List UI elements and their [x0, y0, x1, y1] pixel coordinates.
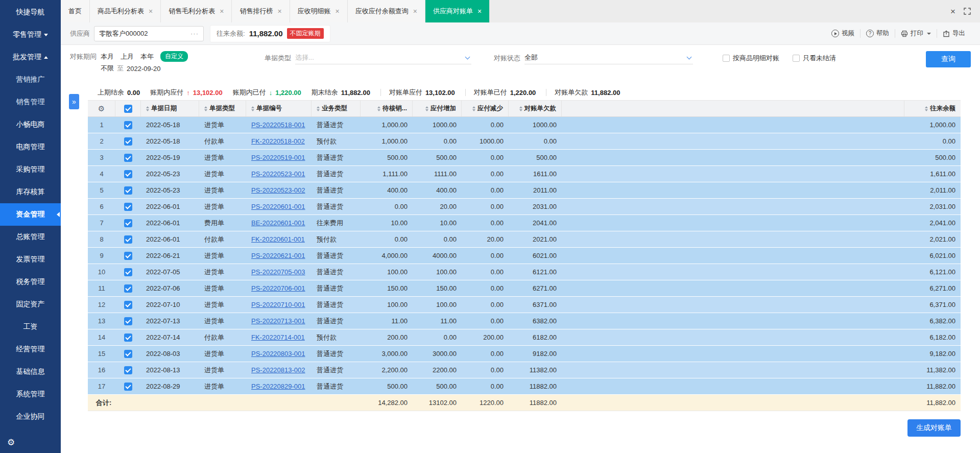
- row-checkbox[interactable]: [124, 350, 132, 358]
- tab-5[interactable]: 应收应付余额查询×: [348, 0, 425, 22]
- row-checkbox[interactable]: [124, 252, 132, 260]
- table-row[interactable]: 82022-06-01付款单FK-20220601-001预付款0.000.00…: [88, 231, 961, 248]
- select-all-checkbox[interactable]: [124, 105, 132, 113]
- tab-close-icon[interactable]: ×: [336, 8, 340, 15]
- period-last-month[interactable]: 上月: [121, 52, 134, 61]
- row-checkbox[interactable]: [124, 301, 132, 309]
- period-this-month[interactable]: 本月: [101, 52, 114, 61]
- table-row[interactable]: 32022-05-19进货单PS-20220519-001普通进货500.005…: [88, 150, 961, 166]
- sidebar-item-11[interactable]: 发票管理: [0, 248, 61, 271]
- help-action[interactable]: ? 帮助: [860, 29, 895, 38]
- column-header-1[interactable]: 单据类型: [199, 101, 246, 116]
- table-row[interactable]: 52022-05-23进货单PS-20220523-002普通进货400.004…: [88, 182, 961, 199]
- row-checkbox[interactable]: [124, 284, 132, 293]
- row-checkbox[interactable]: [124, 186, 132, 195]
- query-button[interactable]: 查询: [926, 51, 971, 67]
- table-row[interactable]: 22022-05-18付款单FK-20220518-002预付款1,000.00…: [88, 133, 961, 150]
- period-this-year[interactable]: 本年: [140, 52, 154, 61]
- tab-1[interactable]: 商品毛利分析表×: [90, 0, 161, 22]
- sidebar-item-16[interactable]: 基础信息: [0, 361, 61, 383]
- generate-statement-button[interactable]: 生成对账单: [907, 419, 961, 437]
- doc-no-link[interactable]: BE-20220601-001: [251, 219, 305, 227]
- doc-no-link[interactable]: PS-20220523-001: [251, 170, 305, 178]
- video-action[interactable]: 视频: [826, 29, 860, 38]
- table-row[interactable]: 162022-08-13进货单PS-20220813-002普通进货2,200.…: [88, 362, 961, 378]
- table-row[interactable]: 102022-07-05进货单PS-20220705-003普通进货100.00…: [88, 264, 961, 280]
- tab-close-icon[interactable]: ×: [477, 8, 482, 15]
- table-row[interactable]: 12022-05-18进货单PS-20220518-001普通进货1,000.0…: [88, 117, 961, 133]
- sidebar-item-4[interactable]: 销售管理: [0, 91, 61, 113]
- table-row[interactable]: 42022-05-23进货单PS-20220523-001普通进货1,111.0…: [88, 166, 961, 182]
- fullscreen-icon[interactable]: [964, 8, 971, 15]
- tab-close-icon[interactable]: ×: [413, 8, 417, 15]
- doc-no-link[interactable]: PS-20220829-001: [251, 383, 305, 390]
- doc-no-link[interactable]: FK-20220518-002: [251, 137, 305, 145]
- column-header-5[interactable]: 应付增加: [413, 101, 462, 116]
- sidebar-item-15[interactable]: 经营管理: [0, 338, 61, 361]
- table-row[interactable]: 152022-08-03进货单PS-20220803-001普通进货3,000.…: [88, 346, 961, 362]
- sidebar-item-6[interactable]: 电商管理: [0, 136, 61, 158]
- row-checkbox[interactable]: [124, 219, 132, 227]
- doc-no-link[interactable]: FK-20220601-001: [251, 235, 305, 243]
- row-checkbox[interactable]: [124, 154, 132, 162]
- sidebar-item-7[interactable]: 采购管理: [0, 158, 61, 181]
- sidebar-item-8[interactable]: 库存核算: [0, 181, 61, 203]
- sidebar-item-9[interactable]: 资金管理: [0, 203, 61, 226]
- doc-no-link[interactable]: PS-20220803-001: [251, 350, 305, 357]
- tab-close-icon[interactable]: ×: [220, 8, 224, 15]
- row-checkbox[interactable]: [124, 333, 132, 342]
- tab-close-icon[interactable]: ×: [149, 8, 153, 15]
- table-row[interactable]: 62022-06-01进货单PS-20220601-001普通进货0.0020.…: [88, 199, 961, 215]
- column-header-9[interactable]: 往来余额: [904, 101, 961, 116]
- row-checkbox[interactable]: [124, 366, 132, 374]
- doc-no-link[interactable]: PS-20220706-001: [251, 284, 305, 292]
- by-product-detail-checkbox[interactable]: [723, 55, 730, 62]
- panel-expand-button[interactable]: »: [69, 94, 79, 109]
- column-header-4[interactable]: 待核销...: [361, 101, 413, 116]
- sidebar-item-17[interactable]: 系统管理: [0, 383, 61, 406]
- sidebar-item-12[interactable]: 税务管理: [0, 271, 61, 293]
- row-checkbox[interactable]: [124, 121, 132, 129]
- sidebar-item-2[interactable]: 批发管理: [0, 46, 61, 68]
- range-start[interactable]: 不限: [101, 64, 114, 73]
- doc-no-link[interactable]: PS-20220518-001: [251, 121, 305, 129]
- tab-4[interactable]: 应收明细账×: [290, 0, 348, 22]
- status-select[interactable]: 全部: [524, 52, 693, 64]
- table-row[interactable]: 132022-07-13进货单PS-20220713-001普通进货11.001…: [88, 313, 961, 329]
- doc-no-link[interactable]: PS-20220519-001: [251, 154, 305, 161]
- settings-gear-icon[interactable]: ⚙: [7, 437, 15, 448]
- tab-0[interactable]: 首页: [61, 0, 90, 22]
- checkbox-unsettled-only[interactable]: 只看未结清: [793, 54, 836, 63]
- doc-no-link[interactable]: PS-20220621-001: [251, 252, 305, 259]
- unsettled-only-checkbox[interactable]: [793, 55, 800, 62]
- tab-3[interactable]: 销售排行榜×: [232, 0, 290, 22]
- column-header-7[interactable]: 对账单欠款: [509, 101, 562, 116]
- doc-no-link[interactable]: PS-20220710-001: [251, 301, 305, 308]
- row-checkbox[interactable]: [124, 383, 132, 391]
- table-row[interactable]: 72022-06-01费用单BE-20220601-001往来费用10.0010…: [88, 215, 961, 231]
- column-header-0[interactable]: 单据日期: [141, 101, 199, 116]
- tab-2[interactable]: 销售毛利分析表×: [161, 0, 232, 22]
- checkbox-by-product-detail[interactable]: 按商品明细对账: [723, 54, 779, 63]
- sidebar-item-13[interactable]: 固定资产: [0, 293, 61, 316]
- table-row[interactable]: 122022-07-10进货单PS-20220710-001普通进货100.00…: [88, 297, 961, 313]
- row-checkbox[interactable]: [124, 268, 132, 276]
- tab-6[interactable]: 供应商对账单×: [425, 0, 490, 22]
- row-checkbox[interactable]: [124, 317, 132, 325]
- doc-no-link[interactable]: FK-20220714-001: [251, 333, 305, 341]
- sidebar-item-10[interactable]: 总账管理: [0, 226, 61, 248]
- supplier-picker-icon[interactable]: ···: [190, 30, 199, 37]
- print-action[interactable]: 打印: [895, 29, 937, 38]
- table-row[interactable]: 92022-06-21进货单PS-20220621-001普通进货4,000.0…: [88, 248, 961, 264]
- row-checkbox[interactable]: [124, 170, 132, 178]
- sidebar-item-18[interactable]: 企业协同: [0, 406, 61, 428]
- row-checkbox[interactable]: [124, 235, 132, 244]
- sidebar-item-5[interactable]: 小畅电商: [0, 113, 61, 136]
- range-end-date[interactable]: 2022-09-20: [127, 65, 161, 73]
- sidebar-item-0[interactable]: 快捷导航: [0, 1, 61, 23]
- column-header-3[interactable]: 业务类型: [312, 101, 361, 116]
- doc-no-link[interactable]: PS-20220523-002: [251, 186, 305, 194]
- sidebar-item-1[interactable]: 零售管理: [0, 23, 61, 46]
- table-row[interactable]: 142022-07-14付款单FK-20220714-001预付款200.000…: [88, 329, 961, 346]
- export-action[interactable]: 导出: [937, 29, 971, 38]
